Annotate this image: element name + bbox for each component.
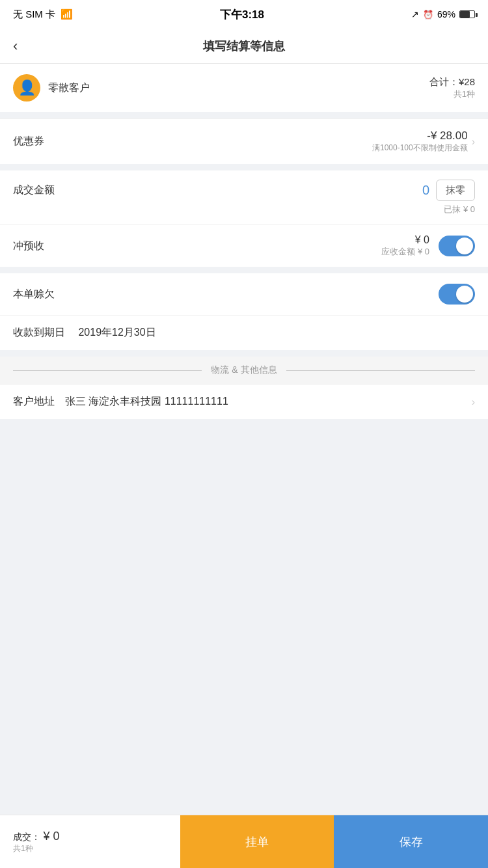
coupon-chevron-icon: ›: [472, 136, 475, 148]
status-left: 无 SIM 卡 📶: [13, 8, 73, 21]
credit-section: 本单赊欠 收款到期日 2019年12月30日: [0, 273, 488, 350]
coupon-section: 优惠券 -¥ 28.00 满1000-100不限制使用金额 ›: [0, 118, 488, 164]
status-time: 下午3:18: [220, 7, 264, 22]
deal-sub-label: 已抹 ¥ 0: [13, 204, 475, 215]
bottom-count: 共1种: [13, 843, 167, 854]
coupon-row[interactable]: 优惠券 -¥ 28.00 满1000-100不限制使用金额 ›: [0, 118, 488, 164]
customer-section: 👤 零散客户 合计：¥28 共1种: [0, 64, 488, 112]
address-value: 张三 海淀永丰科技园 11111111111: [65, 395, 472, 409]
back-button[interactable]: ‹: [13, 38, 18, 55]
battery-icon: [459, 10, 475, 18]
due-date-row: 收款到期日 2019年12月30日: [0, 315, 488, 350]
credit-toggle-knob: [456, 286, 473, 303]
logistics-header: 物流 & 其他信息: [0, 357, 488, 384]
customer-name: 零散客户: [48, 81, 90, 95]
logistics-header-text: 物流 & 其他信息: [211, 364, 277, 376]
wifi-icon: 📶: [61, 8, 73, 20]
alarm-icon: ⏰: [423, 10, 433, 20]
status-right: ↗ ⏰ 69%: [411, 9, 475, 20]
prepay-right: ¥ 0 应收金额 ¥ 0: [381, 234, 475, 258]
deal-row: 成交金额 0 抹零: [13, 180, 475, 201]
prepay-row: 冲预收 ¥ 0 应收金额 ¥ 0: [0, 224, 488, 267]
address-label: 客户地址: [13, 395, 55, 409]
avatar-icon: 👤: [18, 79, 36, 96]
prepay-amount: ¥ 0: [381, 234, 429, 246]
deal-value: 0: [410, 183, 429, 198]
logistics-header-line: 物流 & 其他信息: [13, 364, 475, 376]
due-date-label: 收款到期日: [13, 327, 65, 338]
bottom-deal-row: 成交： ¥ 0: [13, 830, 167, 843]
deal-right: 0 抹零: [410, 180, 475, 201]
save-button[interactable]: 保存: [334, 815, 488, 869]
location-icon: ↗: [411, 9, 419, 20]
round-zero-button[interactable]: 抹零: [436, 180, 475, 201]
deal-row-container: 成交金额 0 抹零 已抹 ¥ 0: [0, 170, 488, 224]
coupon-right: -¥ 28.00 满1000-100不限制使用金额 ›: [372, 129, 475, 154]
customer-total: 合计：¥28 共1种: [429, 76, 475, 100]
address-row[interactable]: 客户地址 张三 海淀永丰科技园 11111111111 ›: [0, 384, 488, 419]
deal-section: 成交金额 0 抹零 已抹 ¥ 0 冲预收 ¥ 0 应收金额 ¥ 0: [0, 170, 488, 267]
carrier-text: 无 SIM 卡: [13, 8, 55, 21]
bottom-info: 成交： ¥ 0 共1种: [0, 830, 180, 854]
customer-total-count: 共1种: [429, 88, 475, 100]
status-bar: 无 SIM 卡 📶 下午3:18 ↗ ⏰ 69%: [0, 0, 488, 29]
credit-label: 本单赊欠: [13, 288, 55, 301]
coupon-discount: -¥ 28.00: [372, 129, 468, 142]
bottom-bar: 成交： ¥ 0 共1种 挂单 保存: [0, 815, 488, 868]
prepay-toggle[interactable]: [439, 236, 475, 256]
credit-row: 本单赊欠: [0, 273, 488, 315]
content: 👤 零散客户 合计：¥28 共1种 优惠券 -¥ 28.00 满1000-100…: [0, 64, 488, 491]
page-title: 填写结算等信息: [203, 38, 285, 54]
logistics-section: 物流 & 其他信息 客户地址 张三 海淀永丰科技园 11111111111 ›: [0, 357, 488, 419]
customer-avatar: 👤: [13, 74, 40, 102]
coupon-right-inner: -¥ 28.00 满1000-100不限制使用金额: [372, 129, 468, 154]
battery-percent: 69%: [437, 9, 455, 20]
customer-total-amount: 合计：¥28: [429, 76, 475, 88]
coupon-desc: 满1000-100不限制使用金额: [372, 142, 468, 154]
prepay-amounts: ¥ 0 应收金额 ¥ 0: [381, 234, 429, 258]
credit-toggle[interactable]: [439, 284, 475, 305]
customer-row[interactable]: 👤 零散客户 合计：¥28 共1种: [0, 64, 488, 112]
address-chevron-icon: ›: [472, 396, 475, 408]
bottom-deal-label: 成交：: [13, 832, 40, 842]
coupon-label: 优惠券: [13, 135, 44, 148]
pending-button[interactable]: 挂单: [180, 815, 334, 869]
bottom-deal-amount: ¥ 0: [43, 830, 59, 843]
customer-left: 👤 零散客户: [13, 74, 90, 102]
nav-bar: ‹ 填写结算等信息: [0, 29, 488, 64]
toggle-knob: [456, 237, 473, 254]
due-date-value: 2019年12月30日: [78, 327, 156, 338]
prepay-receivable: 应收金额 ¥ 0: [381, 246, 429, 258]
deal-label: 成交金额: [13, 183, 55, 197]
prepay-label: 冲预收: [13, 239, 44, 253]
